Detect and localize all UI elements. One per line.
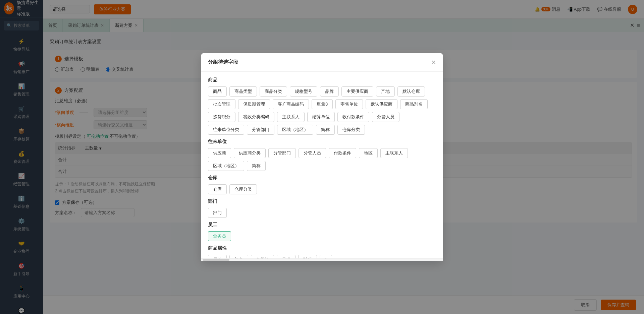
field-tag-retail-unit[interactable]: 零售单位 — [335, 99, 363, 109]
modal-hscroll-thumb — [203, 259, 229, 261]
field-tag-shoe-code[interactable]: 鞋码 — [298, 255, 317, 259]
section-title-warehouse: 仓库 — [208, 175, 436, 181]
field-tag-short-name-partner[interactable]: 简称 — [247, 161, 266, 171]
section-title-product: 商品 — [208, 77, 436, 83]
field-tag-expiry-mgmt[interactable]: 保质期管理 — [238, 99, 270, 109]
field-tag-product-alias[interactable]: 商品别名 — [400, 99, 428, 109]
field-tag-product-type[interactable]: 商品类型 — [229, 86, 257, 97]
field-tag-dept-partner[interactable]: 分管部门 — [268, 148, 296, 158]
field-tag-main-supplier[interactable]: 主要供应商 — [341, 86, 373, 97]
field-tag-supplier[interactable]: 供应商 — [208, 148, 231, 158]
field-tag-dept[interactable]: 部门 — [208, 208, 227, 218]
field-tag-weight3[interactable]: 重量3 — [312, 99, 333, 109]
field-tag-payment-terms[interactable]: 收付款条件 — [337, 112, 369, 122]
field-grid-product-attr: 属性颜色多规格尺码鞋码1 — [208, 255, 436, 259]
modal-title: 分组待选字段 — [208, 59, 238, 65]
field-tag-main-contact-partner[interactable]: 主联系人 — [380, 148, 408, 158]
field-tag-tax-code[interactable]: 税收分类编码 — [238, 112, 274, 122]
field-tag-size[interactable]: 尺码 — [277, 255, 296, 259]
field-tag-short-name[interactable]: 简称 — [316, 125, 335, 135]
modal: 分组待选字段 ✕ 商品商品商品类型商品分类规格型号品牌主要供应商产地默认仓库批次… — [201, 53, 443, 261]
section-title-staff: 员工 — [208, 222, 436, 228]
field-tag-warehouse-category-p[interactable]: 仓库分类 — [337, 125, 365, 135]
field-tag-multi-spec[interactable]: 多规格 — [251, 255, 274, 259]
field-tag-main-contact[interactable]: 主联系人 — [277, 112, 305, 122]
field-tag-brand[interactable]: 品牌 — [320, 86, 339, 97]
field-tag-partner-unit-category[interactable]: 往来单位分类 — [208, 125, 244, 135]
modal-body: 商品商品商品类型商品分类规格型号品牌主要供应商产地默认仓库批次管理保质期管理客户… — [201, 72, 443, 259]
field-tag-region2-partner[interactable]: 区域（地区） — [208, 161, 244, 171]
modal-header: 分组待选字段 ✕ — [201, 53, 443, 72]
field-grid-staff: 业务员 — [208, 231, 436, 241]
modal-close-button[interactable]: ✕ — [431, 59, 436, 66]
section-title-product-attr: 商品属性 — [208, 245, 436, 251]
field-tag-manager-partner[interactable]: 分管人员 — [299, 148, 326, 158]
field-tag-warehouse-category[interactable]: 仓库分类 — [229, 184, 257, 194]
field-tag-product[interactable]: 商品 — [208, 86, 227, 97]
field-tag-region-partner[interactable]: 地区 — [359, 148, 378, 158]
field-tag-manager[interactable]: 分管人员 — [372, 112, 399, 122]
field-tag-salesperson[interactable]: 业务员 — [208, 231, 231, 241]
field-tag-default-warehouse[interactable]: 默认仓库 — [397, 86, 425, 97]
section-title-department: 部门 — [208, 198, 436, 204]
modal-overlay[interactable]: 分组待选字段 ✕ 商品商品商品类型商品分类规格型号品牌主要供应商产地默认仓库批次… — [0, 0, 644, 314]
field-tag-product-category[interactable]: 商品分类 — [260, 86, 287, 97]
field-tag-region-product[interactable]: 区域（地区） — [277, 125, 313, 135]
modal-hscroll[interactable] — [201, 258, 443, 261]
field-grid-warehouse: 仓库仓库分类 — [208, 184, 436, 194]
field-tag-batch-mgmt[interactable]: 批次管理 — [208, 99, 235, 109]
field-tag-default-supplier[interactable]: 默认供应商 — [366, 99, 397, 109]
field-tag-customer-code[interactable]: 客户商品编码 — [273, 99, 309, 109]
field-tag-attr[interactable]: 属性 — [208, 255, 227, 259]
field-tag-payment-cond[interactable]: 付款条件 — [329, 148, 356, 158]
field-tag-origin[interactable]: 产地 — [376, 86, 395, 97]
section-title-partner: 往来单位 — [208, 139, 436, 145]
field-grid-partner: 供应商供应商分类分管部门分管人员付款条件地区主联系人区域（地区）简称 — [208, 148, 436, 171]
field-tag-num1[interactable]: 1 — [320, 255, 332, 259]
field-grid-department: 部门 — [208, 208, 436, 218]
field-tag-warehouse[interactable]: 仓库 — [208, 184, 227, 194]
field-tag-pick-points[interactable]: 拣货积分 — [208, 112, 235, 122]
field-tag-supplier-category[interactable]: 供应商分类 — [234, 148, 266, 158]
field-tag-dept-in-charge[interactable]: 分管部门 — [247, 125, 274, 135]
field-tag-spec-type[interactable]: 规格型号 — [290, 86, 317, 97]
field-tag-settlement-unit[interactable]: 结算单位 — [307, 112, 335, 122]
field-grid-product: 商品商品类型商品分类规格型号品牌主要供应商产地默认仓库批次管理保质期管理客户商品… — [208, 86, 436, 135]
field-tag-color[interactable]: 颜色 — [229, 255, 248, 259]
